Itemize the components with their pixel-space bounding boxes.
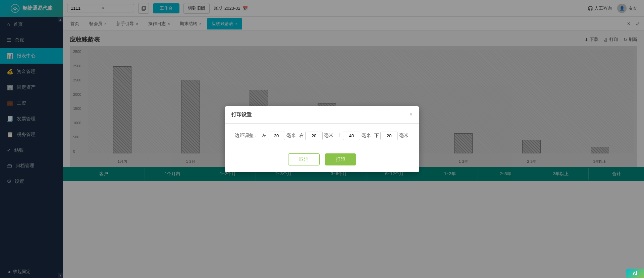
- top-label: 上: [337, 133, 341, 139]
- margin-top-group: 上 毫米: [337, 132, 371, 140]
- margin-row: 边距调整： 左 毫米 右 毫米 上 毫米 下: [235, 132, 409, 140]
- cancel-button[interactable]: 取消: [288, 153, 320, 165]
- margin-adjust-label: 边距调整：: [235, 133, 258, 139]
- margin-bottom-group: 下 毫米: [374, 132, 409, 140]
- margin-left-group: 左 毫米: [262, 132, 296, 140]
- modal-overlay: 打印设置 × 边距调整： 左 毫米 右 毫米 上 毫米: [0, 0, 644, 278]
- right-input[interactable]: [305, 132, 323, 140]
- margin-right-group: 右 毫米: [299, 132, 333, 140]
- print-settings-dialog: 打印设置 × 边距调整： 左 毫米 右 毫米 上 毫米: [225, 106, 419, 172]
- top-unit: 毫米: [362, 133, 371, 139]
- left-input[interactable]: [268, 132, 285, 140]
- bottom-label: 下: [374, 133, 379, 139]
- right-unit: 毫米: [324, 133, 333, 139]
- left-label: 左: [262, 133, 266, 139]
- bottom-unit: 毫米: [399, 133, 409, 139]
- right-label: 右: [299, 133, 304, 139]
- dialog-header: 打印设置 ×: [225, 106, 419, 124]
- dialog-body: 边距调整： 左 毫米 右 毫米 上 毫米 下: [225, 124, 419, 148]
- left-unit: 毫米: [286, 133, 296, 139]
- confirm-print-button[interactable]: 打印: [325, 153, 356, 165]
- bottom-input[interactable]: [380, 132, 398, 140]
- ai-badge[interactable]: Ai: [626, 269, 644, 278]
- top-input[interactable]: [343, 132, 360, 140]
- dialog-title: 打印设置: [231, 112, 252, 118]
- dialog-footer: 取消 打印: [225, 148, 419, 172]
- dialog-close-button[interactable]: ×: [410, 112, 413, 118]
